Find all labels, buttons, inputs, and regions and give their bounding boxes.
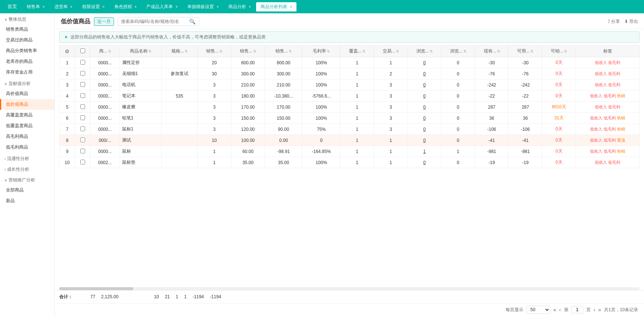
col-checkbox[interactable] xyxy=(75,45,90,57)
cell-browse1[interactable]: 0 xyxy=(407,135,441,146)
sort-icon-saleable[interactable]: ⇅ xyxy=(564,49,567,53)
nav-close-analysis-list[interactable]: × xyxy=(290,5,292,9)
cell-browse1[interactable]: 0 xyxy=(407,102,441,113)
sort-icon-code[interactable]: ⇅ xyxy=(108,49,111,53)
sidebar-item-low-value[interactable]: 低价值商品 xyxy=(0,99,54,110)
nav-close-permission[interactable]: × xyxy=(103,5,105,9)
nav-close-warehouse[interactable]: × xyxy=(175,5,178,9)
nav-item-analysis-list[interactable]: 商品分析列表 × xyxy=(256,2,296,11)
sidebar-item-sales-goods[interactable]: 销售类商品 xyxy=(0,24,54,35)
cell-checkbox[interactable] xyxy=(75,146,90,157)
collapse-icon-circulation[interactable]: › xyxy=(4,157,6,161)
filter-recent-month[interactable]: 近一月 xyxy=(94,17,114,26)
sort-icon-coverage[interactable]: ⇅ xyxy=(362,49,365,53)
sort-icon-browse1[interactable]: ⇅ xyxy=(430,49,433,53)
nav-item-warehouse[interactable]: 产成品入库单 × xyxy=(142,2,182,11)
cell-checkbox[interactable] xyxy=(75,57,90,68)
settings-icon[interactable]: ⚙ xyxy=(65,48,70,54)
search-input[interactable] xyxy=(121,19,188,24)
horizontal-scrollbar[interactable] xyxy=(59,287,640,290)
export-button[interactable]: ⬇ 导出 xyxy=(624,18,638,25)
sort-icon-available[interactable]: ⇅ xyxy=(530,49,533,53)
col-browse1[interactable]: 浏览...⇅ xyxy=(407,45,441,57)
sidebar-section-contribution[interactable]: ∨ 贡献值分析 xyxy=(0,78,54,88)
sort-icon-amt[interactable]: ⇅ xyxy=(253,49,256,53)
cell-browse1[interactable]: 0 xyxy=(407,124,441,135)
nav-item-role[interactable]: 角色授权 × xyxy=(110,2,141,11)
next-page-button[interactable]: › xyxy=(594,307,596,313)
table-container[interactable]: ⚙ 商...⇅ 商品名称⇅ 规格...⇅ 销售...⇅ 销售...⇅ 销售...… xyxy=(55,45,644,287)
col-settings[interactable]: ⚙ xyxy=(60,45,75,57)
sidebar-item-new-goods[interactable]: 新品 xyxy=(0,196,54,206)
col-available[interactable]: 可用...⇅ xyxy=(509,45,542,57)
prev-page-button[interactable]: ‹ xyxy=(559,307,561,313)
row-checkbox[interactable] xyxy=(80,82,85,87)
cell-browse1[interactable]: 0 xyxy=(407,113,441,124)
col-current[interactable]: 现有...⇅ xyxy=(475,45,509,57)
cell-browse1[interactable]: 0 xyxy=(407,79,441,91)
sort-icon-spec[interactable]: ⇅ xyxy=(185,49,188,53)
sort-icon-avg[interactable]: ⇅ xyxy=(289,49,292,53)
cell-checkbox[interactable] xyxy=(75,68,90,79)
col-code[interactable]: 商...⇅ xyxy=(90,45,120,57)
col-browse2[interactable]: 浏览...⇅ xyxy=(441,45,475,57)
cell-browse1[interactable]: 0 xyxy=(407,157,441,168)
nav-close-template[interactable]: × xyxy=(217,5,219,9)
sidebar-section-growth[interactable]: › 成长性分析 xyxy=(0,163,54,174)
browse1-link[interactable]: 0 xyxy=(423,94,426,99)
col-gross-rate[interactable]: 毛利率⇅ xyxy=(302,45,341,57)
nav-item-template[interactable]: 单据模板设置 × xyxy=(183,2,223,11)
nav-close-salesorder[interactable]: × xyxy=(43,5,45,9)
cell-browse1[interactable]: 0 xyxy=(407,68,441,79)
row-checkbox[interactable] xyxy=(80,137,85,142)
sidebar-item-high-coverage[interactable]: 高覆盖度商品 xyxy=(0,110,54,120)
browse1-link[interactable]: 0 xyxy=(423,71,426,77)
sort-icon-name[interactable]: ⇅ xyxy=(148,49,151,53)
browse1-link[interactable]: 0 xyxy=(423,82,426,88)
sidebar-section-marketing[interactable]: ∨ 营销推广分析 xyxy=(0,174,54,185)
browse1-link[interactable]: 1 xyxy=(423,149,426,154)
last-page-button[interactable]: » xyxy=(598,307,601,313)
first-page-button[interactable]: « xyxy=(553,307,556,313)
row-checkbox[interactable] xyxy=(80,149,85,153)
sort-icon-gross[interactable]: ⇅ xyxy=(327,49,330,53)
cell-checkbox[interactable] xyxy=(75,79,90,91)
row-checkbox[interactable] xyxy=(80,71,85,76)
nav-item-analysis[interactable]: 商品分析 × xyxy=(224,2,255,11)
search-icon[interactable]: 🔍 xyxy=(189,18,195,24)
row-checkbox[interactable] xyxy=(80,126,85,131)
sort-icon-transaction[interactable]: ⇅ xyxy=(396,49,399,53)
col-spec[interactable]: 规格...⇅ xyxy=(161,45,197,57)
share-button[interactable]: ⤴ 分享 xyxy=(608,18,620,25)
sidebar-item-low-coverage[interactable]: 低覆盖度商品 xyxy=(0,120,54,131)
cell-checkbox[interactable] xyxy=(75,135,90,146)
cell-checkbox[interactable] xyxy=(75,113,90,124)
sidebar-item-high-margin[interactable]: 高毛利商品 xyxy=(0,131,54,142)
select-all-checkbox[interactable] xyxy=(80,48,85,53)
sidebar-item-high-value[interactable]: 高价值商品 xyxy=(0,88,54,99)
col-sales-qty[interactable]: 销售...⇅ xyxy=(198,45,231,57)
col-sales-amt[interactable]: 销售...⇅ xyxy=(231,45,265,57)
collapse-icon-overall[interactable]: ∨ xyxy=(4,17,7,21)
sort-icon-current[interactable]: ⇅ xyxy=(497,49,500,53)
sidebar-section-circulation[interactable]: › 流通性分析 xyxy=(0,153,54,163)
sort-icon-qty[interactable]: ⇅ xyxy=(219,49,222,53)
collapse-icon-contribution[interactable]: ∨ xyxy=(4,82,7,86)
nav-item-purchaseorder[interactable]: 进货单 × xyxy=(50,2,77,11)
sidebar-item-all-goods[interactable]: 全部商品 xyxy=(0,185,54,196)
cell-checkbox[interactable] xyxy=(75,124,90,135)
cell-checkbox[interactable] xyxy=(75,91,90,102)
col-name[interactable]: 商品名称⇅ xyxy=(120,45,161,57)
browse1-link[interactable]: 0 xyxy=(423,138,426,143)
sidebar-item-traded-goods[interactable]: 交易过的商品 xyxy=(0,35,54,45)
nav-close-analysis[interactable]: × xyxy=(249,5,251,9)
row-checkbox[interactable] xyxy=(80,60,85,65)
row-checkbox[interactable] xyxy=(80,93,85,98)
row-checkbox[interactable] xyxy=(80,160,85,164)
current-page-input[interactable] xyxy=(571,306,583,313)
cell-browse1[interactable]: 0 xyxy=(407,57,441,68)
sidebar-item-stock-capital[interactable]: 库存资金占用 xyxy=(0,67,54,78)
cell-browse1[interactable]: 0 xyxy=(407,91,441,102)
cell-browse1[interactable]: 1 xyxy=(407,146,441,157)
sidebar-section-overall[interactable]: ∨ 整体信息 xyxy=(0,13,54,24)
